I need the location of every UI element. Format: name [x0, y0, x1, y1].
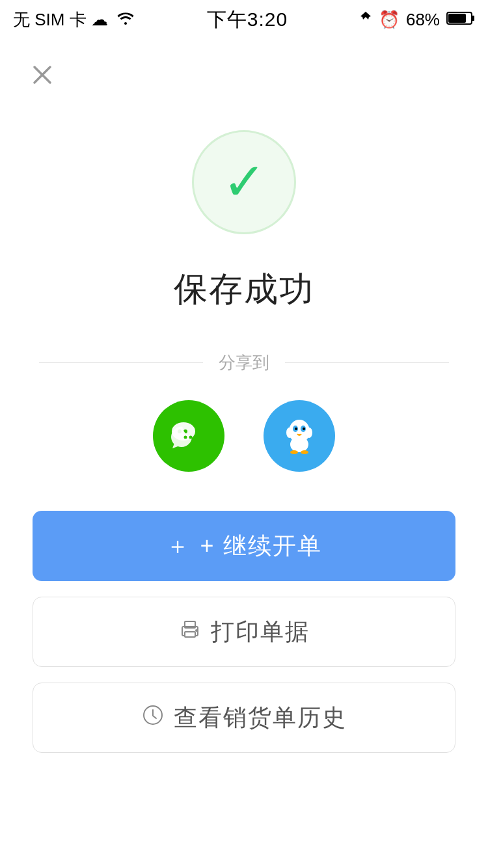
share-label: 分享到 [219, 351, 269, 374]
share-icons-row [153, 400, 335, 472]
divider-right [285, 362, 449, 363]
svg-rect-1 [472, 16, 474, 21]
location-icon [359, 10, 372, 30]
status-bar: 无 SIM 卡 ☁ 下午3:20 ⏰ 68% [0, 0, 488, 39]
share-divider-row: 分享到 [0, 351, 488, 374]
close-icon [31, 63, 54, 87]
svg-point-15 [290, 437, 308, 452]
alarm-icon: ⏰ [379, 10, 400, 30]
close-row [0, 39, 488, 91]
checkmark-icon: ✓ [223, 156, 266, 208]
svg-point-18 [286, 427, 293, 438]
wifi-icon [116, 10, 135, 30]
svg-point-13 [295, 427, 297, 430]
svg-point-23 [195, 629, 198, 632]
buttons-section: ＋ + 继续开单 打印单据 查看销货单历 [0, 472, 488, 753]
success-circle: ✓ [192, 130, 296, 234]
print-icon [178, 617, 202, 647]
history-icon [141, 703, 165, 733]
svg-rect-22 [185, 632, 195, 637]
qq-icon [277, 413, 322, 459]
status-left: 无 SIM 卡 ☁ [13, 8, 135, 31]
svg-rect-2 [448, 14, 466, 23]
divider-left [39, 362, 203, 363]
svg-point-9 [189, 436, 193, 439]
svg-point-8 [184, 436, 187, 439]
history-button[interactable]: 查看销货单历史 [33, 683, 455, 753]
share-wechat-button[interactable] [153, 400, 224, 472]
svg-point-19 [306, 427, 312, 438]
status-time: 下午3:20 [207, 7, 288, 33]
status-right: ⏰ 68% [359, 10, 475, 30]
wechat-icon [166, 413, 211, 459]
battery-percent: 68% [406, 10, 440, 30]
svg-point-14 [303, 427, 305, 430]
share-qq-button[interactable] [264, 400, 335, 472]
plus-icon: ＋ [166, 530, 191, 562]
svg-point-16 [290, 450, 298, 454]
close-button[interactable] [26, 59, 59, 91]
continue-button[interactable]: ＋ + 继续开单 [33, 511, 455, 581]
main-content: ✓ 保存成功 分享到 [0, 39, 488, 868]
print-button[interactable]: 打印单据 [33, 597, 455, 667]
history-label: 查看销货单历史 [174, 702, 347, 734]
continue-label: + 继续开单 [200, 530, 321, 562]
print-label: 打印单据 [211, 616, 310, 648]
success-title: 保存成功 [174, 267, 314, 312]
signal-text: 无 SIM 卡 ☁ [13, 8, 108, 31]
svg-point-17 [301, 450, 308, 454]
battery-icon [446, 10, 475, 30]
